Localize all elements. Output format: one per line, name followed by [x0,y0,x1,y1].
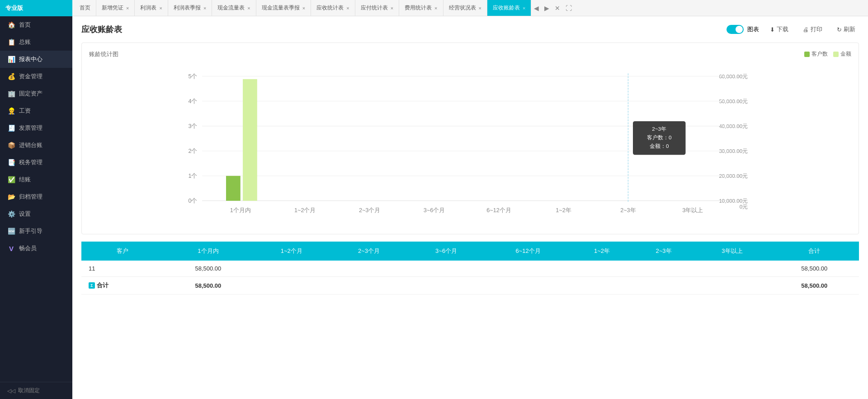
tab-business-stat[interactable]: 经营状况表 × [443,0,487,16]
tab-prev-button[interactable]: ◀ [531,0,542,16]
pin-icon: ◁◁ [7,388,15,394]
tab-profit-quarter[interactable]: 利润表季报 × [168,0,212,16]
total-label-text: 合计 [97,281,108,290]
tab-aging-close[interactable]: × [523,5,525,11]
td-total-m1: 58,500.00 [164,277,253,294]
tax-icon: 📑 [7,159,15,166]
tab-close-all-button[interactable]: ✕ [552,0,563,16]
tab-cashflow[interactable]: 现金流量表 × [212,0,256,16]
legend-customers-label: 客户数 [811,50,828,58]
sidebar-item-home[interactable]: 🏠 首页 [0,16,72,33]
tab-receivable-stat-close[interactable]: × [346,5,349,11]
tab-payable-stat-close[interactable]: × [391,5,393,11]
refresh-label: 刷新 [844,25,855,33]
sidebar-item-settings[interactable]: ⚙️ 设置 [0,205,72,223]
legend-customers-dot [804,52,810,57]
sidebar-item-tax[interactable]: 📑 税务管理 [0,154,72,171]
print-icon: 🖨 [803,26,809,33]
download-label: 下载 [777,25,788,33]
tab-profit-quarter-close[interactable]: × [203,5,206,11]
tab-business-stat-label: 经营状况表 [449,4,476,12]
chart-toggle[interactable] [726,25,744,34]
table-header-row: 客户 1个月内 1~2个月 2~3个月 3~6个月 6~12个月 1~2年 2~… [81,242,859,261]
refresh-button[interactable]: ↻ 刷新 [833,24,859,35]
table-row: 11 58,500.00 58,500.00 [81,261,859,277]
sidebar-item-salary[interactable]: 👷 工资 [0,102,72,119]
tab-new-voucher-close[interactable]: × [126,5,129,11]
sidebar-item-invoice[interactable]: 🧾 发票管理 [0,119,72,137]
th-total: 合计 [770,242,859,261]
tab-next-button[interactable]: ▶ [542,0,552,16]
tab-aging[interactable]: 应收账龄表 × [487,0,531,16]
tab-profit[interactable]: 利润表 × [135,0,168,16]
svg-text:0个: 0个 [188,198,197,204]
tab-expand-button[interactable]: ⛶ [563,0,575,16]
sidebar-item-archive[interactable]: 📂 归档管理 [0,188,72,205]
sidebar-item-ledger[interactable]: 📋 总账 [0,33,72,51]
chart-toggle-group: 图表 [726,25,759,34]
td-total-m612 [485,277,571,294]
purchase-icon: 📦 [7,142,15,149]
sidebar-item-vip[interactable]: V 畅会员 [0,240,72,257]
sidebar-item-label: 新手引导 [19,227,42,235]
invoice-icon: 🧾 [7,124,15,132]
page-header: 应收账龄表 图表 ⬇ 下载 🖨 打印 ↻ 刷新 [81,24,859,35]
reports-icon: 📊 [7,56,15,63]
td-total-y12 [571,277,632,294]
main-content: 首页 新增凭证 × 利润表 × 利润表季报 × 现金流量表 × 现金流量表季报 … [72,0,868,399]
svg-text:3个: 3个 [188,123,197,129]
td-y3plus [694,261,769,277]
tab-profit-close[interactable]: × [159,5,162,11]
svg-text:5个: 5个 [188,73,197,80]
td-y12 [571,261,632,277]
home-icon: 🏠 [7,21,15,28]
svg-text:1~2个月: 1~2个月 [294,207,316,214]
tab-receivable-stat[interactable]: 应收统计表 × [311,0,355,16]
svg-text:4个: 4个 [188,98,197,104]
sidebar-item-label: 归档管理 [19,193,42,201]
tab-bar: 首页 新增凭证 × 利润表 × 利润表季报 × 现金流量表 × 现金流量表季报 … [72,0,868,16]
tab-business-stat-close[interactable]: × [479,5,481,11]
sidebar-item-reports[interactable]: 📊 报表中心 [0,51,72,68]
download-icon: ⬇ [770,26,775,33]
sidebar: 专业版 🏠 首页 📋 总账 📊 报表中心 💰 资金管理 🏢 固定资产 👷 工资 … [0,0,72,399]
download-button[interactable]: ⬇ 下载 [766,24,792,35]
tab-home[interactable]: 首页 [74,0,96,16]
tab-payable-stat[interactable]: 应付统计表 × [355,0,399,16]
th-m36: 3~6个月 [408,242,485,261]
tab-profit-quarter-label: 利润表季报 [174,4,201,12]
guide-icon: 🆕 [7,228,15,235]
sidebar-item-assets[interactable]: 🏢 固定资产 [0,85,72,102]
tab-aging-label: 应收账龄表 [493,4,520,12]
tab-cashflow-close[interactable]: × [247,5,250,11]
unpin-sidebar-button[interactable]: ◁◁ 取消固定 [0,382,72,399]
tab-expense-stat-label: 费用统计表 [405,4,432,12]
th-m1: 1个月内 [164,242,253,261]
tab-cashflow-quarter[interactable]: 现金流量表季报 × [256,0,311,16]
sidebar-item-close[interactable]: ✅ 结账 [0,171,72,188]
tab-profit-label: 利润表 [140,4,156,12]
tab-home-label: 首页 [80,4,90,12]
th-m12: 1~2个月 [253,242,330,261]
print-button[interactable]: 🖨 打印 [799,24,826,35]
tab-expense-stat[interactable]: 费用统计表 × [399,0,443,16]
svg-text:6~12个月: 6~12个月 [486,207,511,214]
tab-cashflow-quarter-close[interactable]: × [302,5,305,11]
unpin-label: 取消固定 [18,387,40,394]
sidebar-item-funds[interactable]: 💰 资金管理 [0,68,72,85]
tab-expense-stat-close[interactable]: × [434,5,437,11]
svg-text:2~3个月: 2~3个月 [359,207,381,214]
sidebar-item-purchase[interactable]: 📦 进销台账 [0,137,72,154]
tab-new-voucher[interactable]: 新增凭证 × [96,0,135,16]
svg-text:3~6个月: 3~6个月 [424,207,445,214]
th-y23: 2~3年 [633,242,694,261]
sidebar-item-guide[interactable]: 🆕 新手引导 [0,223,72,240]
sidebar-item-label: 工资 [19,107,31,115]
chart-svg-wrapper: 5个 4个 3个 2个 1个 0个 60,000.00元 50,000.00元 … [89,64,851,227]
close-accounts-icon: ✅ [7,176,15,183]
td-total-total: 58,500.00 [770,277,859,294]
svg-text:1~2年: 1~2年 [556,207,571,214]
svg-text:2~3年: 2~3年 [620,207,636,214]
td-m1: 58,500.00 [164,261,253,277]
header-actions: 图表 ⬇ 下载 🖨 打印 ↻ 刷新 [726,24,859,35]
